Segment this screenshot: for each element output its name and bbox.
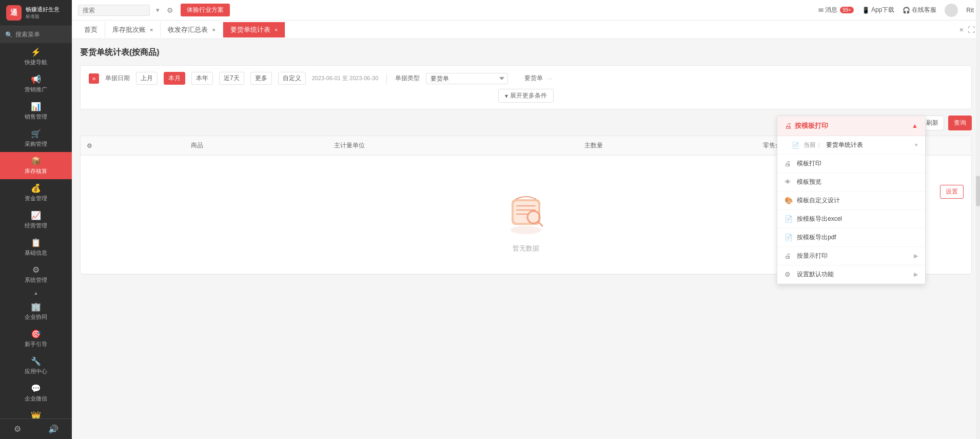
logo-sub: 标准版 bbox=[26, 13, 60, 20]
template-preview-label: 模板预览 bbox=[797, 178, 821, 186]
sidebar-item-label: 新手引导 bbox=[25, 340, 47, 348]
tab-batch-inventory-close[interactable]: × bbox=[150, 27, 153, 33]
display-print-label: 按显示打印 bbox=[797, 252, 828, 260]
date-range-display: 2023-06-01 至 2023-06-30 bbox=[312, 74, 379, 82]
tab-home[interactable]: 首页 bbox=[77, 22, 105, 37]
filter-right-section: 要货单 ··· bbox=[524, 74, 552, 83]
tab-order-stats-close[interactable]: × bbox=[275, 27, 278, 33]
online-service-btn[interactable]: 🎧 在线客服 bbox=[903, 6, 936, 14]
tab-receipt-summary[interactable]: 收发存汇总表 × bbox=[161, 22, 223, 37]
expand-more-row: ▾ 展开更多条件 bbox=[89, 89, 963, 103]
dropdown-item-template-preview[interactable]: 👁 模板预览 bbox=[777, 173, 925, 192]
sidebar-item-enterprise[interactable]: 🏢 企业协同 bbox=[0, 298, 72, 325]
default-function-label: 设置默认功能 bbox=[797, 270, 834, 279]
date-btn-7days[interactable]: 近7天 bbox=[219, 72, 244, 85]
sidebar-item-label: 库存核算 bbox=[25, 167, 47, 175]
search-icon: 🔍 bbox=[5, 31, 13, 39]
sidebar-item-quick-nav[interactable]: ⚡ 快捷导航 bbox=[0, 43, 72, 70]
enterprise-icon: 🏢 bbox=[31, 302, 41, 312]
topbar: ▾ ⚙ 体验行业方案 ✉ 消息 99+ 📱 App下载 🎧 在线客服 Rit bbox=[72, 0, 980, 21]
tab-receipt-summary-close[interactable]: × bbox=[212, 27, 215, 33]
app-download-icon: 📱 bbox=[862, 7, 870, 14]
sidebar-item-inventory[interactable]: 📦 库存核算 bbox=[0, 152, 72, 179]
window-close-btn[interactable]: × bbox=[959, 26, 964, 34]
search-label: 搜索菜单 bbox=[15, 30, 40, 39]
sidebar-item-basic[interactable]: 📋 基础信息 bbox=[0, 234, 72, 261]
finance-icon: 💰 bbox=[31, 183, 41, 193]
dropdown-current-item[interactable]: 📄 当前： 要货单统计表 ▾ bbox=[777, 136, 925, 155]
date-btn-current[interactable]: 本月 bbox=[164, 72, 185, 85]
tab-order-stats-label: 要货单统计表 bbox=[230, 25, 270, 34]
sidebar-item-guide[interactable]: 🎯 新手引导 bbox=[0, 325, 72, 352]
date-btn-year[interactable]: 本年 bbox=[191, 72, 213, 85]
sidebar-item-label: 营销推广 bbox=[25, 86, 47, 93]
dropdown-item-export-excel[interactable]: 📄 按模板导出excel bbox=[777, 210, 925, 228]
sidebar-item-vip[interactable]: 👑 畅会员 bbox=[0, 407, 72, 418]
filter-more-icon[interactable]: ··· bbox=[547, 75, 552, 82]
topbar-search-input[interactable] bbox=[78, 5, 150, 16]
page-title: 要货单统计表(按商品) bbox=[80, 47, 972, 58]
tab-order-stats[interactable]: 要货单统计表 × bbox=[223, 22, 285, 37]
sidebar-item-finance[interactable]: 💰 资金管理 bbox=[0, 179, 72, 206]
dropdown-close-icon[interactable]: ▲ bbox=[912, 122, 918, 129]
sidebar-item-sales[interactable]: 📊 销售管理 bbox=[0, 98, 72, 125]
expand-more-btn[interactable]: ▾ 展开更多条件 bbox=[498, 89, 554, 103]
dropdown-item-export-pdf[interactable]: 📄 按模板导出pdf bbox=[777, 228, 925, 247]
app-download-btn[interactable]: 📱 App下载 bbox=[862, 6, 894, 14]
sidebar-search[interactable]: 🔍 搜索菜单 bbox=[0, 26, 72, 43]
template-design-label: 模板自定义设计 bbox=[797, 196, 840, 205]
dropdown-item-template-design[interactable]: 🎨 模板自定义设计 bbox=[777, 192, 925, 210]
expand-icon: ▾ bbox=[505, 92, 508, 100]
scroll-down-btn[interactable]: ▲ bbox=[0, 288, 72, 298]
sidebar-item-operations[interactable]: 📈 经营管理 bbox=[0, 206, 72, 234]
scrollbar-thumb[interactable] bbox=[976, 176, 980, 206]
date-btn-custom[interactable]: 自定义 bbox=[278, 72, 306, 85]
window-expand-btn[interactable]: ⛶ bbox=[968, 26, 975, 34]
sidebar-nav: ⚡ 快捷导航 📢 营销推广 📊 销售管理 🛒 采购管理 📦 库存核算 💰 资金管… bbox=[0, 43, 72, 418]
dropdown-title: 按模板打印 bbox=[795, 121, 828, 130]
topbar-gear-icon[interactable]: ⚙ bbox=[167, 6, 173, 14]
table-gear-col[interactable]: ⚙ bbox=[81, 136, 185, 156]
tab-batch-inventory[interactable]: 库存批次账 × bbox=[105, 22, 161, 37]
messages-badge: 99+ bbox=[840, 7, 854, 13]
filter-divider bbox=[386, 73, 387, 84]
empty-text: 暂无数据 bbox=[513, 244, 539, 253]
messages-icon: ✉ bbox=[818, 7, 824, 14]
query-btn[interactable]: 查询 bbox=[948, 116, 972, 130]
date-filter-label: 单据日期 bbox=[105, 74, 130, 83]
settings-float-btn[interactable]: 设置 bbox=[940, 185, 964, 199]
audio-bottom-btn[interactable]: 🔊 bbox=[48, 424, 58, 434]
date-btn-prev[interactable]: 上月 bbox=[136, 72, 158, 85]
trial-btn[interactable]: 体验行业方案 bbox=[181, 4, 230, 16]
sidebar-item-label: 企业微信 bbox=[25, 395, 47, 403]
sidebar-item-system[interactable]: ⚙ 系统管理 bbox=[0, 261, 72, 288]
app-logo: 通 畅赚通好生意 标准版 bbox=[0, 0, 72, 26]
user-avatar[interactable] bbox=[945, 4, 958, 17]
dropdown-item-template-print[interactable]: 🖨 模板打印 bbox=[777, 155, 925, 173]
display-print-arrow: ▶ bbox=[914, 253, 918, 259]
empty-illustration bbox=[500, 186, 552, 238]
filter-expand-btn[interactable]: » bbox=[89, 73, 99, 84]
template-print-label: 模板打印 bbox=[797, 159, 821, 168]
messages-btn[interactable]: ✉ 消息 99+ bbox=[818, 6, 854, 14]
logo-icon: 通 bbox=[6, 5, 22, 21]
settings-bottom-btn[interactable]: ⚙ bbox=[14, 424, 21, 434]
default-function-icon: ⚙ bbox=[785, 271, 793, 278]
dropdown-item-display-print[interactable]: 🖨 按显示打印 ▶ bbox=[777, 247, 925, 265]
type-filter-select[interactable]: 要货单 全部类型 bbox=[426, 73, 508, 84]
sidebar-item-app-center[interactable]: 🔧 应用中心 bbox=[0, 352, 72, 379]
dropdown-item-default-function[interactable]: ⚙ 设置默认功能 ▶ bbox=[777, 265, 925, 284]
sidebar-item-enterprise-wechat[interactable]: 💬 企业微信 bbox=[0, 379, 72, 407]
sidebar-item-label: 采购管理 bbox=[25, 140, 47, 148]
right-scrollbar[interactable] bbox=[976, 0, 980, 439]
sidebar-item-marketing[interactable]: 📢 营销推广 bbox=[0, 70, 72, 98]
default-function-arrow: ▶ bbox=[914, 271, 918, 278]
page-content: 要货单统计表(按商品) » 单据日期 上月 本月 本年 近7天 更多 自定义 2… bbox=[72, 39, 980, 439]
dropdown-current-value: 要货单统计表 bbox=[826, 141, 863, 149]
sidebar-item-label: 资金管理 bbox=[25, 195, 47, 202]
sidebar-item-purchase[interactable]: 🛒 采购管理 bbox=[0, 125, 72, 152]
topbar-dropdown-icon[interactable]: ▾ bbox=[156, 6, 160, 14]
vip-icon: 👑 bbox=[31, 411, 41, 418]
template-preview-icon: 👁 bbox=[785, 178, 793, 186]
date-btn-more[interactable]: 更多 bbox=[250, 72, 272, 85]
